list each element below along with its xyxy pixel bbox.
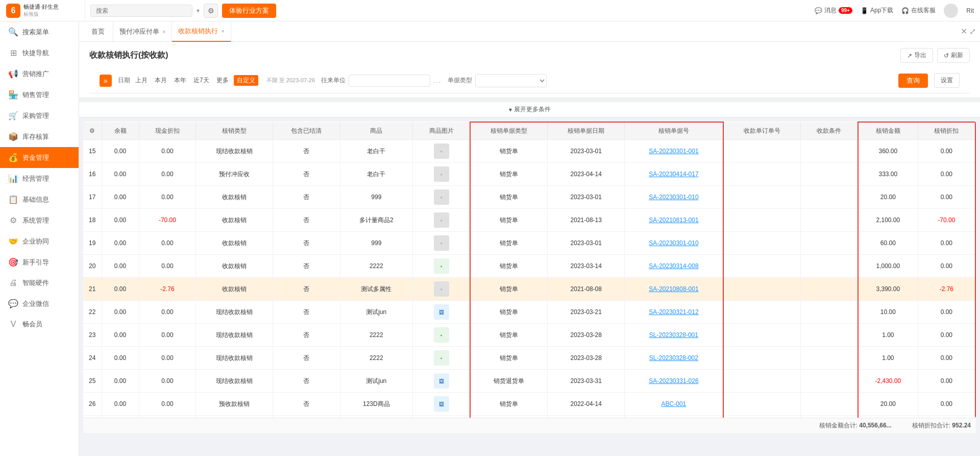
td-id: 16: [83, 163, 102, 186]
messages-badge[interactable]: 💬 消息 99+: [815, 6, 852, 15]
sidebar-item-finance[interactable]: 💰 资金管理: [0, 147, 79, 168]
date-custom[interactable]: 自定义: [234, 75, 258, 86]
td-payment-terms: [800, 232, 858, 255]
sidebar-item-member[interactable]: V 畅会员: [0, 314, 79, 334]
sidebar-item-guide[interactable]: 🎯 新手引导: [0, 252, 79, 273]
sidebar-item-basic-info[interactable]: 📋 基础信息: [0, 189, 79, 210]
td-include-cleared: 否: [273, 393, 340, 416]
tab-home[interactable]: 首页: [83, 21, 113, 42]
date-7days[interactable]: 近7天: [191, 75, 211, 86]
sidebar-item-quicknav-label: 快捷导航: [22, 49, 49, 58]
dropdown-arrow-icon[interactable]: ▾: [197, 7, 200, 14]
sidebar-item-weixin[interactable]: 💬 企业微信: [0, 293, 79, 314]
td-verify-amount: 10.00: [858, 301, 918, 324]
table-row: 16 0.00 0.00 预付冲应收 否 老白干 ▪ 销货单 2023-04-1…: [83, 163, 975, 186]
td-bill-no[interactable]: SA-20230301-010: [625, 186, 723, 209]
td-bill-no[interactable]: SA-20230301-010: [625, 232, 723, 255]
export-button[interactable]: ↗ 导出: [900, 48, 933, 63]
inventory-icon: 📦: [8, 132, 18, 141]
td-bill-type: 销货单: [470, 393, 548, 416]
date-this-year[interactable]: 本年: [172, 75, 188, 86]
sidebar-item-system[interactable]: ⚙ 系统管理: [0, 210, 79, 231]
td-bill-no[interactable]: SL-20230328-002: [625, 347, 723, 370]
td-bill-no[interactable]: SA-20230314-008: [625, 255, 723, 278]
td-bill-no[interactable]: ABC-001: [625, 393, 723, 416]
sidebar-item-inventory-label: 库存核算: [22, 132, 49, 141]
query-button[interactable]: 查询: [898, 74, 928, 88]
tab-expand-icon[interactable]: ⤢: [969, 27, 976, 36]
td-verify-type: 现结收款核销: [196, 140, 273, 163]
sidebar-item-hardware[interactable]: 🖨 智能硬件: [0, 273, 79, 293]
td-product: 2222: [340, 255, 412, 278]
sidebar-item-search[interactable]: 🔍 搜索菜单: [0, 21, 79, 42]
sidebar-item-quicknav[interactable]: ⊞ 快捷导航: [0, 42, 79, 63]
td-bill-type: 销货单: [470, 324, 548, 347]
td-order-no: [723, 186, 801, 209]
th-gear[interactable]: ⚙: [83, 122, 102, 140]
td-bill-no[interactable]: SA-20230331-026: [625, 370, 723, 393]
tab-prepay[interactable]: 预付冲应付单 ×: [113, 21, 172, 42]
td-bill-no[interactable]: SA-20230321-012: [625, 301, 723, 324]
td-product: 老白干: [340, 140, 412, 163]
guide-icon: 🎯: [8, 257, 18, 267]
expand-more-button[interactable]: ▾ 展开更多条件: [509, 105, 551, 114]
sidebar-item-sales[interactable]: 🏪 销售管理: [0, 84, 79, 105]
filter-toggle-button[interactable]: »: [100, 75, 112, 87]
headset-icon: 🎧: [901, 7, 909, 14]
industry-button[interactable]: 体验行业方案: [222, 4, 276, 18]
td-include-cleared: 否: [273, 209, 340, 232]
td-cash-discount: -70.00: [139, 209, 196, 232]
td-cash-discount: 0.00: [139, 163, 196, 186]
th-bill-no: 核销单据号: [625, 122, 723, 140]
sales-icon: 🏪: [8, 90, 18, 100]
td-bill-type: 销货单: [470, 163, 548, 186]
td-bill-no[interactable]: SA-20230301-001: [625, 140, 723, 163]
partner-input[interactable]: [349, 75, 430, 87]
td-payment-terms: [800, 347, 858, 370]
refresh-button[interactable]: ↺ 刷新: [937, 48, 970, 63]
sidebar-item-operations[interactable]: 📊 经营管理: [0, 168, 79, 189]
td-bill-no[interactable]: SA-20210813-001: [625, 209, 723, 232]
sidebar-item-inventory[interactable]: 📦 库存核算: [0, 126, 79, 147]
sidebar-item-marketing[interactable]: 📢 营销推广: [0, 63, 79, 84]
td-product-img: ▪: [412, 324, 470, 347]
tab-verify-close[interactable]: ×: [221, 28, 224, 34]
td-bill-date: 2023-03-01: [548, 140, 625, 163]
avatar[interactable]: [944, 4, 958, 18]
td-order-no: [723, 209, 801, 232]
tab-prepay-close[interactable]: ×: [162, 29, 165, 35]
td-order-no: [723, 393, 801, 416]
settings-button[interactable]: 设置: [934, 73, 960, 88]
sidebar-item-collab[interactable]: 🤝 企业协同: [0, 231, 79, 252]
td-verify-type: 现结收款核销: [196, 347, 273, 370]
date-last-month[interactable]: 上月: [133, 75, 150, 86]
bill-type-filter-group: 单据类型: [448, 74, 547, 87]
td-product-img: ▪: [412, 140, 470, 163]
refresh-icon: ↺: [944, 52, 949, 59]
home-tab-label: 首页: [91, 27, 105, 36]
td-bill-no[interactable]: SA-20210808-001: [625, 278, 723, 301]
settings-icon[interactable]: ⚙: [204, 4, 218, 18]
app-download-link[interactable]: 📱 App下载: [861, 6, 893, 15]
sidebar-item-purchase[interactable]: 🛒 采购管理: [0, 105, 79, 126]
tab-actions: ✕ ⤢: [961, 27, 976, 36]
date-more[interactable]: 更多: [214, 75, 231, 86]
bill-type-select[interactable]: [475, 74, 547, 87]
td-bill-no[interactable]: SL-20230328-001: [625, 324, 723, 347]
td-verify-type: 预收款核销: [196, 393, 273, 416]
partner-dots[interactable]: ...: [433, 77, 442, 84]
td-bill-date: 2023-03-31: [548, 370, 625, 393]
tab-close-icon[interactable]: ✕: [961, 27, 967, 36]
td-verify-amount: -2,430.00: [858, 370, 918, 393]
sidebar: 🔍 搜索菜单 ⊞ 快捷导航 📢 营销推广 🏪 销售管理 🛒 采购管理 📦 库存核…: [0, 21, 79, 456]
online-service-link[interactable]: 🎧 在线客服: [901, 6, 936, 15]
tab-verify[interactable]: 收款核销执行 ×: [172, 21, 231, 42]
td-payment-terms: [800, 140, 858, 163]
date-this-month[interactable]: 本月: [153, 75, 169, 86]
td-cash-discount: 0.00: [139, 255, 196, 278]
td-verify-type: 收款核销: [196, 255, 273, 278]
sidebar-item-sales-label: 销售管理: [22, 90, 49, 100]
search-input[interactable]: [90, 5, 192, 17]
td-bill-no[interactable]: SA-20230414-017: [625, 163, 723, 186]
td-product-img: ▪: [412, 255, 470, 278]
